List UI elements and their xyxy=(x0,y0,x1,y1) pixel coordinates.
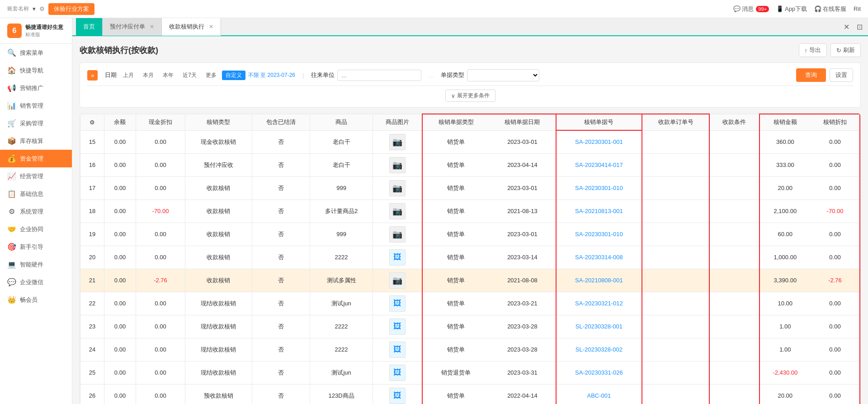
filter-settings-btn[interactable]: 设置 xyxy=(830,68,853,82)
sidebar-item-system[interactable]: ⚙ 系统管理 xyxy=(0,203,72,220)
cell-included: 否 xyxy=(252,176,310,200)
filter-toggle-btn[interactable]: » xyxy=(87,70,98,81)
cell-cash-discount: 0.00 xyxy=(136,361,185,384)
sidebar-item-purchase[interactable]: 🛒 采购管理 xyxy=(0,114,72,132)
cell-receipt-cond xyxy=(709,200,759,223)
sidebar-item-basic[interactable]: 📋 基础信息 xyxy=(0,185,72,203)
goods-thumbnail: 🖼 xyxy=(389,388,406,404)
sidebar-item-finance[interactable]: 💰 资金管理 xyxy=(0,150,72,167)
cell-receipt-order xyxy=(642,269,709,292)
sidebar-item-label-operation: 经营管理 xyxy=(20,172,43,181)
settings-icon[interactable]: ⚙ xyxy=(39,5,45,12)
voucher-no-link[interactable]: SA-20230301-001 xyxy=(575,138,623,145)
date-more-btn[interactable]: 更多 xyxy=(202,70,220,81)
tab-receipt-close[interactable]: ✕ xyxy=(209,24,213,30)
voucher-no-link[interactable]: SA-20230301-010 xyxy=(575,185,623,191)
purchase-icon: 🛒 xyxy=(7,119,16,128)
date-this-month-btn[interactable]: 本月 xyxy=(139,70,157,81)
cell-writeoff-type: 收款核销 xyxy=(185,246,252,269)
cell-balance: 0.00 xyxy=(104,338,136,361)
cell-voucher-type: 销货单 xyxy=(422,269,489,292)
cell-voucher-no: SA-20230321-012 xyxy=(556,292,642,315)
wechat-icon: 💬 xyxy=(7,278,16,286)
goods-thumbnail: 🖼 xyxy=(389,249,406,266)
sidebar-item-marketing[interactable]: 📢 营销推广 xyxy=(0,79,72,97)
col-settings-header[interactable]: ⚙ xyxy=(80,114,104,130)
cell-writeoff-amount: 333.00 xyxy=(760,153,811,176)
tab-prepay-close[interactable]: ✕ xyxy=(150,24,154,30)
dropdown-toggle[interactable]: ▾ xyxy=(33,5,36,12)
to-unit-input[interactable] xyxy=(337,70,421,81)
cell-receipt-order xyxy=(642,292,709,315)
cell-included: 否 xyxy=(252,200,310,223)
cell-voucher-type: 销货单 xyxy=(422,246,489,269)
cell-cash-discount: -70.00 xyxy=(136,200,185,223)
cell-num: 16 xyxy=(80,153,104,176)
voucher-no-link[interactable]: SA-20230321-012 xyxy=(575,300,623,307)
sidebar-item-member[interactable]: 👑 畅会员 xyxy=(0,291,72,309)
cell-voucher-date: 2023-03-01 xyxy=(489,130,556,153)
voucher-no-link[interactable]: SL-20230328-002 xyxy=(576,346,623,353)
sidebar-item-sales[interactable]: 📊 销售管理 xyxy=(0,97,72,114)
cell-writeoff-discount: 0.00 xyxy=(811,153,860,176)
cell-writeoff-discount: 0.00 xyxy=(811,361,860,384)
tab-bar-end: ✕ ⊡ xyxy=(842,21,864,33)
tab-home[interactable]: 首页 xyxy=(76,18,103,36)
voucher-no-link[interactable]: SA-20230301-010 xyxy=(575,231,623,238)
industry-btn[interactable]: 休验行业方案 xyxy=(48,3,94,15)
cell-cash-discount: 0.00 xyxy=(136,315,185,338)
sidebar-item-operation[interactable]: 📈 经营管理 xyxy=(0,167,72,185)
sidebar-item-label-finance: 资金管理 xyxy=(20,155,43,163)
date-7days-btn[interactable]: 近7天 xyxy=(179,70,200,81)
guide-icon: 🎯 xyxy=(7,242,16,251)
sidebar-item-corp[interactable]: 🤝 企业协同 xyxy=(0,220,72,238)
date-btn-group: 上月 本月 本年 近7天 更多 自定义 xyxy=(119,70,245,81)
tab-receipt[interactable]: 收款核销执行 ✕ xyxy=(162,18,221,36)
tab-prepay[interactable]: 预付冲应付单 ✕ xyxy=(103,18,162,36)
tab-home-label: 首页 xyxy=(83,23,95,31)
cell-voucher-no: SA-20230301-001 xyxy=(556,130,642,153)
voucher-no-link[interactable]: SL-20230328-001 xyxy=(576,323,623,330)
cell-balance: 0.00 xyxy=(104,246,136,269)
cell-receipt-cond xyxy=(709,269,759,292)
voucher-no-link[interactable]: SA-20230414-017 xyxy=(575,162,623,168)
sidebar-item-wechat[interactable]: 💬 企业微信 xyxy=(0,273,72,291)
goods-thumbnail-empty: 📷 xyxy=(389,180,406,196)
export-btn[interactable]: ↑ 导出 xyxy=(799,43,827,57)
top-bar: 账套名称 ▾ ⚙ 休验行业方案 💬 消息 99+ 📱 App下载 🎧 在线客服 … xyxy=(0,0,868,18)
goods-thumbnail-empty: 📷 xyxy=(389,203,406,219)
sidebar-item-hardware[interactable]: 💻 智能硬件 xyxy=(0,256,72,273)
voucher-no-link[interactable]: SA-20210808-001 xyxy=(575,277,623,284)
cell-balance: 0.00 xyxy=(104,384,136,404)
cell-goods-img: 📷 xyxy=(373,269,423,292)
date-this-year-btn[interactable]: 本年 xyxy=(159,70,177,81)
filter-right-actions: 查询 设置 xyxy=(796,68,853,82)
date-range: 不限 至 2023-07-26 xyxy=(248,71,295,79)
voucher-no-link[interactable]: SA-20230331-026 xyxy=(575,369,623,376)
message-icon: 💬 xyxy=(733,5,741,12)
tab-expand-btn[interactable]: ⊡ xyxy=(855,21,864,33)
message-btn[interactable]: 💬 消息 99+ xyxy=(733,5,769,13)
cell-balance: 0.00 xyxy=(104,315,136,338)
cell-receipt-order xyxy=(642,200,709,223)
voucher-no-link[interactable]: ABC-001 xyxy=(587,392,611,399)
refresh-btn[interactable]: ↻ 刷新 xyxy=(830,43,861,57)
query-btn[interactable]: 查询 xyxy=(796,68,826,82)
tab-close-all-btn[interactable]: ✕ xyxy=(842,21,851,33)
sidebar-item-guide[interactable]: 🎯 新手引导 xyxy=(0,238,72,256)
app-download-btn[interactable]: 📱 App下载 xyxy=(776,5,807,13)
goods-thumbnail: 🖼 xyxy=(389,365,406,381)
voucher-no-link[interactable]: SA-20230314-008 xyxy=(575,254,623,261)
sidebar-item-quick[interactable]: 🏠 快捷导航 xyxy=(0,62,72,79)
date-custom-btn[interactable]: 自定义 xyxy=(222,71,245,80)
voucher-type-select[interactable] xyxy=(467,69,539,81)
cell-receipt-cond xyxy=(709,153,759,176)
service-btn[interactable]: 🎧 在线客服 xyxy=(814,5,846,13)
sidebar-item-search[interactable]: 🔍 搜索菜单 xyxy=(0,44,72,62)
expand-btn[interactable]: ∨ 展开更多条件 xyxy=(445,90,495,102)
date-last-month-btn[interactable]: 上月 xyxy=(119,70,137,81)
voucher-no-link[interactable]: SA-20210813-001 xyxy=(575,208,623,214)
expand-label: 展开更多条件 xyxy=(457,92,490,100)
data-table: ⚙ 余额 现金折扣 核销类型 包含已结清 商品 商品图片 核销单据类型 核销单据… xyxy=(80,114,860,404)
sidebar-item-inventory[interactable]: 📦 库存核算 xyxy=(0,132,72,150)
